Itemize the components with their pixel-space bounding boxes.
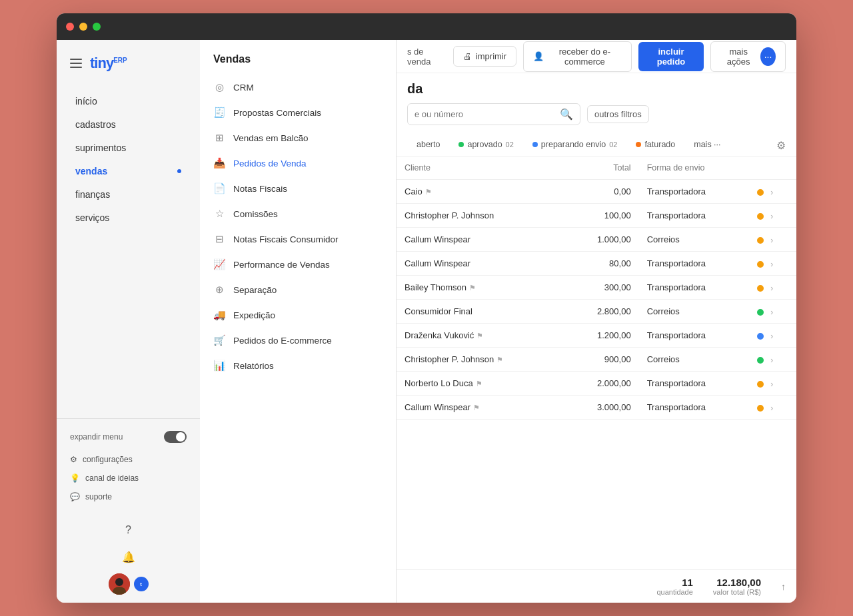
table-row[interactable]: Caio⚑ 0,00 Transportadora › bbox=[397, 180, 796, 204]
chevron-right-icon: › bbox=[770, 188, 773, 197]
print-button[interactable]: 🖨 imprimir bbox=[453, 46, 516, 67]
sidebar-item-cadastros[interactable]: cadastros bbox=[62, 113, 195, 136]
tab-aprovado[interactable]: aprovado 02 bbox=[449, 135, 522, 156]
tab-label: preparando envio bbox=[541, 140, 606, 149]
table-row[interactable]: Christopher P. Johnson 100,00 Transporta… bbox=[397, 204, 796, 228]
cell-client: Bailey Thomson⚑ bbox=[397, 276, 566, 300]
filter-button[interactable]: outros filtros bbox=[587, 105, 649, 123]
cell-client: Callum Winspear bbox=[397, 228, 566, 252]
ecommerce-button[interactable]: 👤 receber do e-commerce bbox=[523, 41, 632, 72]
table-footer: 11 quantidade 12.180,00 valor total (R$)… bbox=[397, 569, 796, 603]
cell-client: Callum Winspear⚑ bbox=[397, 396, 566, 420]
status-dot bbox=[757, 237, 764, 244]
table-row[interactable]: Consumidor Final 2.800,00 Correios › bbox=[397, 300, 796, 324]
cell-status: › bbox=[749, 324, 796, 347]
maximize-dot[interactable] bbox=[93, 23, 101, 31]
close-dot[interactable] bbox=[66, 23, 74, 31]
dropdown-item-notas-fiscais[interactable]: 📄 Notas Fiscais bbox=[200, 176, 396, 201]
cart-icon: 🛒 bbox=[213, 334, 225, 346]
table-row[interactable]: Christopher P. Johnson⚑ 900,00 Correios … bbox=[397, 348, 796, 372]
status-dot bbox=[757, 381, 764, 388]
cell-total: 300,00 bbox=[566, 276, 639, 300]
tab-preparando[interactable]: preparando envio 02 bbox=[523, 135, 627, 156]
dropdown-item-pedidos-venda[interactable]: 📥 Pedidos de Venda bbox=[200, 151, 396, 176]
notification-button[interactable]: 🔔 bbox=[119, 547, 139, 567]
cell-status: › bbox=[749, 204, 796, 227]
tab-count: 02 bbox=[609, 141, 617, 149]
link-configuracoes[interactable]: ⚙ configurações bbox=[67, 451, 189, 468]
star-icon: ☆ bbox=[213, 208, 225, 220]
table-row[interactable]: Callum Winspear 1.000,00 Correios › bbox=[397, 228, 796, 252]
tab-label: aberto bbox=[417, 140, 440, 149]
cell-client: Christopher P. Johnson bbox=[397, 204, 566, 228]
dropdown-item-expedicao[interactable]: 🚚 Expedição bbox=[200, 302, 396, 328]
dropdown-item-label: Relatórios bbox=[233, 361, 274, 371]
dropdown-item-pedidos-ecommerce[interactable]: 🛒 Pedidos do E-commerce bbox=[200, 328, 396, 353]
status-dot bbox=[757, 405, 764, 412]
topbar-breadcrumb: s de venda bbox=[407, 47, 445, 67]
tab-mais[interactable]: mais ··· bbox=[684, 135, 730, 156]
column-filter-icon[interactable]: ⚙ bbox=[776, 139, 786, 152]
expand-menu-toggle[interactable] bbox=[164, 431, 187, 443]
tab-label: mais ··· bbox=[694, 140, 720, 149]
table-row[interactable]: Callum Winspear 80,00 Transportadora › bbox=[397, 252, 796, 276]
sidebar-item-financas[interactable]: finanças bbox=[62, 183, 195, 206]
cell-shipping: Transportadora bbox=[639, 252, 750, 276]
more-actions-button[interactable]: mais ações ··· bbox=[710, 41, 786, 72]
dropdown-item-separacao[interactable]: ⊕ Separação bbox=[200, 277, 396, 302]
tab-faturado[interactable]: faturado bbox=[626, 135, 684, 156]
dropdown-item-label: Performance de Vendas bbox=[233, 260, 330, 270]
dropdown-item-propostas[interactable]: 🧾 Propostas Comerciais bbox=[200, 100, 396, 125]
active-dot bbox=[177, 169, 181, 173]
dropdown-item-performance[interactable]: 📈 Performance de Vendas bbox=[200, 252, 396, 277]
hamburger-icon[interactable] bbox=[70, 59, 82, 68]
minimize-dot[interactable] bbox=[79, 23, 87, 31]
tiny-logo-badge: t bbox=[134, 577, 149, 591]
dropdown-item-crm[interactable]: ◎ CRM bbox=[200, 75, 396, 100]
table-row[interactable]: Norberto Lo Duca⚑ 2.000,00 Transportador… bbox=[397, 372, 796, 396]
cell-client: Christopher P. Johnson⚑ bbox=[397, 348, 566, 372]
sidebar-item-label: início bbox=[75, 96, 97, 107]
sidebar-item-servicos[interactable]: serviços bbox=[62, 206, 195, 229]
dropdown-item-relatorios[interactable]: 📊 Relatórios bbox=[200, 353, 396, 378]
dropdown-item-comissoes[interactable]: ☆ Comissões bbox=[200, 201, 396, 226]
orders-table: Cliente Total Forma de envio Caio⚑ 0,00 … bbox=[397, 156, 796, 420]
chat-icon: 💬 bbox=[70, 492, 80, 501]
sidebar-item-inicio[interactable]: início bbox=[62, 90, 195, 113]
table-header-row: Cliente Total Forma de envio bbox=[397, 156, 796, 180]
expand-menu-label: expandir menu bbox=[70, 432, 123, 442]
sidebar: tinyERP início cadastros suprimentos ven… bbox=[57, 40, 200, 603]
dropdown-title: Vendas bbox=[200, 53, 396, 75]
dropdown-item-notas-fiscais-cons[interactable]: ⊟ Notas Fiscais Consumidor bbox=[200, 226, 396, 252]
sidebar-item-label: suprimentos bbox=[75, 143, 126, 153]
file-icon: 📄 bbox=[213, 182, 225, 194]
gear-icon: ⚙ bbox=[70, 455, 77, 464]
table-row[interactable]: Draženka Vuković⚑ 1.200,00 Transportador… bbox=[397, 324, 796, 348]
search-input[interactable] bbox=[415, 109, 554, 119]
sidebar-icons: ? 🔔 t bbox=[57, 513, 200, 603]
user-avatar[interactable] bbox=[109, 573, 130, 595]
bulb-icon: 💡 bbox=[70, 473, 80, 483]
tab-aberto[interactable]: aberto bbox=[407, 135, 449, 156]
logo-text: tinyERP bbox=[90, 55, 127, 72]
cell-status: › bbox=[749, 228, 796, 251]
cell-client: Callum Winspear bbox=[397, 252, 566, 276]
sidebar-item-vendas[interactable]: vendas bbox=[62, 160, 195, 182]
dropdown-item-vendas-balcao[interactable]: ⊞ Vendas em Balcão bbox=[200, 125, 396, 151]
link-label: suporte bbox=[85, 492, 112, 501]
scroll-top-button[interactable]: ↑ bbox=[781, 581, 786, 592]
cell-client: Norberto Lo Duca⚑ bbox=[397, 372, 566, 396]
cell-shipping: Transportadora bbox=[639, 372, 750, 396]
sidebar-item-suprimentos[interactable]: suprimentos bbox=[62, 137, 195, 159]
svg-point-1 bbox=[115, 578, 123, 586]
link-canal-ideias[interactable]: 💡 canal de ideias bbox=[67, 469, 189, 487]
table-row[interactable]: Bailey Thomson⚑ 300,00 Transportadora › bbox=[397, 276, 796, 300]
dropdown-item-label: Pedidos do E-commerce bbox=[233, 336, 332, 346]
link-suporte[interactable]: 💬 suporte bbox=[67, 488, 189, 505]
total-label: valor total (R$) bbox=[713, 588, 761, 596]
status-tabs: aberto aprovado 02 preparando envio 02 bbox=[397, 135, 796, 156]
table-row[interactable]: Callum Winspear⚑ 3.000,00 Transportadora… bbox=[397, 396, 796, 420]
help-button[interactable]: ? bbox=[119, 520, 139, 540]
total-value: 12.180,00 bbox=[716, 577, 761, 588]
include-order-button[interactable]: incluir pedido bbox=[638, 42, 704, 71]
